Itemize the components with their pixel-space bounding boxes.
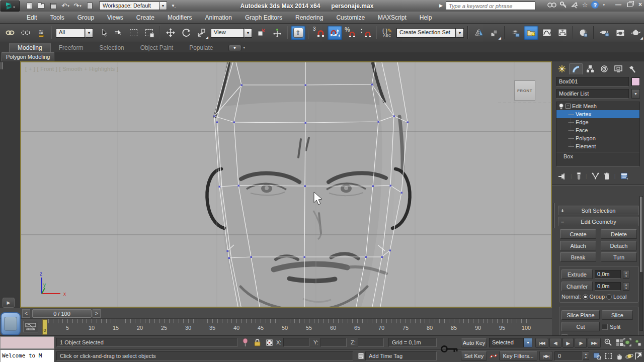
detach-button[interactable]: Detach bbox=[601, 241, 637, 250]
toolbar-grip[interactable] bbox=[1, 62, 3, 69]
viewport-canvas[interactable]: z x y bbox=[21, 62, 551, 307]
use-pivot-point-center-icon[interactable] bbox=[254, 26, 269, 40]
communication-center-icon[interactable] bbox=[571, 2, 579, 9]
isolate-selection-icon[interactable] bbox=[239, 337, 251, 347]
current-frame-marker[interactable]: 0 bbox=[42, 319, 47, 335]
key-filters-button[interactable]: Key Filters... bbox=[499, 351, 537, 360]
frame-spinner[interactable]: ▲▼ bbox=[583, 351, 589, 360]
schematic-view-icon[interactable] bbox=[555, 26, 570, 40]
maxscript-mini-listener[interactable] bbox=[0, 336, 54, 349]
display-tab-icon[interactable] bbox=[611, 63, 625, 74]
set-keys-key-icon[interactable] bbox=[440, 340, 459, 358]
close-button[interactable]: × bbox=[638, 1, 642, 8]
delete-button[interactable]: Delete bbox=[601, 229, 637, 239]
remove-modifier-icon[interactable] bbox=[604, 172, 610, 180]
stack-row-box[interactable]: Box bbox=[556, 152, 639, 160]
menu-customize[interactable]: Customize bbox=[330, 12, 371, 23]
workspace-selector[interactable]: Workspace: Default ▼ bbox=[99, 2, 167, 10]
add-time-tag[interactable]: Add Time Tag bbox=[365, 351, 437, 360]
zoom-extents-all-icon[interactable] bbox=[632, 337, 643, 347]
extrude-button[interactable]: Extrude bbox=[561, 269, 593, 279]
selection-filter-dropdown[interactable]: All▼ bbox=[56, 28, 93, 38]
chamfer-spinner[interactable]: ▲▼ bbox=[623, 282, 629, 291]
ribbon-tab-freeform[interactable]: Freeform bbox=[51, 43, 92, 52]
chamfer-value-field[interactable]: 0,0m bbox=[595, 282, 621, 291]
normal-local-radio[interactable] bbox=[606, 294, 612, 300]
field-of-view-icon[interactable] bbox=[603, 351, 614, 361]
maxscript-listener-output[interactable]: Welcome to M bbox=[0, 349, 54, 362]
render-setup-icon[interactable] bbox=[597, 26, 612, 40]
select-and-link-icon[interactable] bbox=[3, 26, 17, 40]
ribbon-tab-object-paint[interactable]: Object Paint bbox=[132, 43, 181, 52]
auto-key-button[interactable]: Auto Key bbox=[461, 338, 487, 347]
maximize-viewport-toggle-icon[interactable] bbox=[633, 351, 644, 361]
hierarchy-tab-icon[interactable] bbox=[583, 63, 597, 74]
previous-frame-playback-button[interactable]: ◀|| bbox=[549, 338, 561, 348]
stack-collapse-toggle[interactable]: − bbox=[566, 104, 571, 109]
modifier-list-dropdown[interactable]: Modifier List bbox=[556, 89, 629, 99]
rectangular-selection-region-icon[interactable] bbox=[126, 26, 141, 40]
rollout-scroll-grip[interactable] bbox=[553, 203, 555, 228]
slice-plane-button[interactable]: Slice Plane bbox=[561, 310, 600, 320]
panel-scrollbar[interactable] bbox=[639, 196, 643, 331]
pan-hand-icon[interactable] bbox=[614, 351, 625, 361]
stack-row-edit-mesh[interactable]: − Edit Mesh bbox=[556, 102, 639, 110]
stack-subobject-edge[interactable]: Edge bbox=[556, 118, 639, 126]
mirror-icon[interactable] bbox=[471, 26, 486, 40]
object-color-swatch[interactable] bbox=[631, 77, 640, 86]
key-mode-toggle[interactable]: |◀▶| bbox=[539, 351, 552, 361]
menu-maxscript[interactable]: MAXScript bbox=[371, 12, 413, 23]
undo-button[interactable]: ↶▾ bbox=[61, 2, 70, 10]
help-button[interactable]: ? bbox=[591, 1, 599, 9]
create-tab-icon[interactable] bbox=[555, 63, 569, 74]
next-frame-playback-button[interactable]: ||▶ bbox=[575, 338, 587, 348]
stack-subobject-vertex[interactable]: Vertex bbox=[556, 110, 639, 118]
extrude-value-field[interactable]: 0,0m bbox=[595, 270, 621, 279]
pin-stack-icon[interactable] bbox=[558, 172, 566, 180]
time-slider-handle[interactable]: 0 / 100 bbox=[32, 309, 92, 318]
restore-button[interactable] bbox=[627, 3, 632, 7]
next-frame-button[interactable]: > bbox=[93, 309, 101, 318]
play-animation-button[interactable]: ▶ bbox=[562, 338, 574, 348]
minimize-button[interactable]: — bbox=[615, 1, 621, 8]
new-key-default-in-out-icon[interactable] bbox=[488, 351, 499, 361]
make-unique-icon[interactable] bbox=[592, 172, 599, 179]
select-and-move-icon[interactable] bbox=[163, 26, 178, 40]
layer-manager-icon[interactable] bbox=[508, 26, 523, 40]
application-menu-button[interactable] bbox=[1, 1, 20, 12]
render-production-icon[interactable]: ◢ bbox=[628, 26, 643, 40]
scene-explorer-folder-icon[interactable] bbox=[524, 26, 538, 40]
select-object-icon[interactable] bbox=[95, 26, 110, 40]
rendered-frame-window-icon[interactable] bbox=[613, 26, 627, 40]
viewport-label[interactable]: [ + ] [ Front ] [ Smooth + Highlights ] bbox=[25, 66, 118, 72]
selected-set-dropdown[interactable]: Selected▼ bbox=[489, 338, 532, 347]
material-editor-icon[interactable] bbox=[576, 26, 591, 40]
docked-app-icon[interactable] bbox=[1, 312, 21, 335]
create-button[interactable]: Create bbox=[560, 229, 596, 239]
menu-help[interactable]: Help bbox=[413, 12, 439, 23]
menu-graph-editors[interactable]: Graph Editors bbox=[238, 12, 289, 23]
bind-to-space-warp-icon[interactable]: ≋ bbox=[34, 26, 48, 40]
project-folder-icon[interactable] bbox=[85, 2, 94, 10]
zoom-region-icon[interactable] bbox=[592, 351, 603, 361]
y-coordinate-field[interactable] bbox=[320, 338, 347, 347]
ribbon-tab-selection[interactable]: Selection bbox=[91, 43, 132, 52]
chamfer-button[interactable]: Chamfer bbox=[561, 282, 593, 291]
selection-lock-icon[interactable] bbox=[252, 337, 263, 347]
percent-snap-toggle[interactable]: % bbox=[343, 26, 358, 40]
favorites-star-icon[interactable]: ☆ bbox=[582, 1, 588, 9]
break-button[interactable]: Break bbox=[560, 252, 596, 262]
soft-selection-rollout[interactable]: + Soft Selection bbox=[558, 206, 639, 215]
spinner-snap-toggle[interactable]: ▲▼ bbox=[359, 26, 373, 40]
turn-button[interactable]: Turn bbox=[601, 252, 637, 262]
redo-button[interactable]: ↷▾ bbox=[73, 2, 82, 10]
edit-geometry-rollout[interactable]: – Edit Geometry bbox=[558, 217, 639, 226]
track-bar[interactable]: 0510152025303540455055606570758085909510… bbox=[0, 318, 552, 335]
time-tag-icon[interactable] bbox=[355, 351, 366, 361]
named-selection-sets-icon[interactable]: { }✎ABC bbox=[380, 26, 394, 40]
viewport-layout-expand-button[interactable]: ▶ bbox=[3, 298, 15, 308]
menu-edit[interactable]: Edit bbox=[20, 12, 44, 23]
workspace-bar-icon[interactable]: ▼̱ bbox=[171, 4, 175, 8]
unlink-selection-icon[interactable] bbox=[18, 26, 33, 40]
snaps-toggle-3d[interactable]: 3 bbox=[312, 26, 327, 40]
